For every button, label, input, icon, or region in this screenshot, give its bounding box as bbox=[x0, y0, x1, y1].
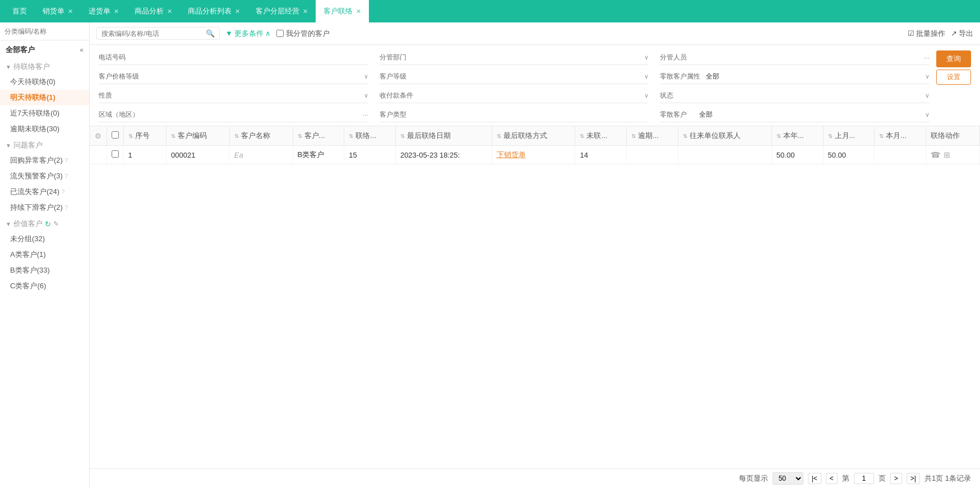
sidebar-item-tomorrow-contact[interactable]: 明天待联络(1) bbox=[0, 90, 89, 105]
nav-sales[interactable]: 销货单 ✕ bbox=[35, 0, 81, 22]
checkbox-col[interactable] bbox=[107, 126, 123, 146]
first-page-btn[interactable]: |< bbox=[808, 473, 821, 484]
close-icon[interactable]: ✕ bbox=[114, 8, 119, 15]
sort-icon[interactable]: ⇅ bbox=[171, 133, 175, 139]
sort-icon[interactable]: ⇅ bbox=[879, 133, 884, 139]
filter-nature-label: 性质 bbox=[99, 91, 132, 100]
sidebar-item-declining[interactable]: 持续下滑客户(2) ? bbox=[0, 200, 89, 215]
settings-button[interactable]: 设置 bbox=[936, 70, 971, 85]
sidebar-item-7days-contact[interactable]: 近7天待联络(0) bbox=[0, 105, 89, 121]
content-area: 🔍 ▼ 更多条件 ∧ 我分管的客户 ☑ 批量操作 ↗ 导出 bbox=[90, 22, 980, 488]
sidebar-item-repurchase-abnormal[interactable]: 回购异常客户(2) ? bbox=[0, 153, 89, 168]
row-checkbox[interactable] bbox=[112, 150, 119, 158]
help-icon[interactable]: ? bbox=[64, 157, 68, 164]
col-name: ⇅客户名称 bbox=[229, 126, 293, 146]
row-checkbox-cell[interactable] bbox=[107, 146, 123, 164]
nav-home[interactable]: 首页 bbox=[4, 0, 35, 22]
sort-icon[interactable]: ⇅ bbox=[828, 133, 833, 139]
close-icon[interactable]: ✕ bbox=[356, 8, 361, 15]
chevron-down-icon[interactable]: ∨ bbox=[925, 111, 930, 118]
sidebar-item-today-contact[interactable]: 今天待联络(0) bbox=[0, 74, 89, 90]
table-row: 1 000021 Ea B类客户 15 2023-05-23 18:25: 下销… bbox=[90, 146, 980, 164]
sidebar-item-churned[interactable]: 已流失客户(24) ? bbox=[0, 184, 89, 200]
nav-product-analysis-list[interactable]: 商品分析列表 ✕ bbox=[180, 0, 248, 22]
batch-ops-btn[interactable]: ☑ 批量操作 bbox=[908, 29, 945, 39]
row-last-month-cell: 50.00 bbox=[823, 146, 875, 164]
chevron-down-icon[interactable]: ∨ bbox=[644, 73, 649, 80]
query-button[interactable]: 查询 bbox=[936, 50, 971, 67]
close-icon[interactable]: ✕ bbox=[167, 8, 172, 15]
sort-icon[interactable]: ⇅ bbox=[234, 133, 239, 139]
help-icon[interactable]: ? bbox=[64, 173, 68, 179]
sort-icon[interactable]: ⇅ bbox=[631, 133, 636, 139]
next-page-btn[interactable]: > bbox=[890, 473, 902, 484]
help-icon[interactable]: ? bbox=[64, 204, 68, 211]
more-options-icon[interactable]: ··· bbox=[363, 111, 368, 119]
sort-icon[interactable]: ⇅ bbox=[497, 133, 501, 139]
chevron-down-icon[interactable]: ∨ bbox=[925, 73, 930, 80]
qr-icon[interactable]: ⊞ bbox=[944, 150, 950, 159]
sidebar-item-class-c[interactable]: C类客户(6) bbox=[0, 278, 89, 294]
sort-icon[interactable]: ⇅ bbox=[683, 133, 687, 139]
row-last-method-cell[interactable]: 下销货单 bbox=[492, 146, 575, 164]
sidebar-item-class-a[interactable]: A类客户(1) bbox=[0, 247, 89, 263]
chevron-down-icon[interactable]: ∨ bbox=[644, 92, 649, 99]
filter-customer-type-input[interactable] bbox=[419, 111, 649, 119]
sidebar: 🔍 全部客户 « ▼ 待联络客户 今天待联络(0) 明天待联络(1) 近7天待联… bbox=[0, 22, 90, 488]
sidebar-item-class-b[interactable]: B类客户(33) bbox=[0, 263, 89, 278]
col-overdue: ⇅逾期... bbox=[627, 126, 678, 146]
col-contact-person: ⇅往来单位联系人 bbox=[678, 126, 771, 146]
sort-icon[interactable]: ⇅ bbox=[580, 133, 584, 139]
edit-icon[interactable]: ✎ bbox=[53, 220, 59, 228]
filter-dept: 分管部门 ∨ bbox=[380, 50, 649, 65]
filter-retail-customer-label: 零散客户 bbox=[660, 110, 694, 119]
collapse-icon[interactable]: « bbox=[80, 46, 84, 54]
filter-dept-label: 分管部门 bbox=[380, 53, 413, 62]
last-method-link[interactable]: 下销货单 bbox=[497, 150, 526, 159]
chevron-down-icon[interactable]: ∨ bbox=[925, 92, 930, 99]
export-btn[interactable]: ↗ 导出 bbox=[951, 29, 973, 39]
chevron-down-icon[interactable]: ∨ bbox=[364, 92, 368, 99]
sort-icon[interactable]: ⇅ bbox=[776, 133, 781, 139]
chevron-down-icon[interactable]: ∨ bbox=[364, 73, 368, 80]
help-icon[interactable]: ? bbox=[61, 188, 64, 195]
more-options-icon[interactable]: ··· bbox=[924, 54, 930, 62]
sort-icon[interactable]: ⇅ bbox=[298, 133, 302, 139]
nav-customer-segment[interactable]: 客户分层经营 ✕ bbox=[248, 0, 316, 22]
page-input[interactable] bbox=[854, 473, 874, 484]
refresh-icon[interactable]: ↻ bbox=[45, 220, 51, 228]
filter-row-2: 客户价格等级 ∨ 客户等级 ∨ 零散客户属性 全部 ∨ bbox=[99, 70, 930, 84]
phone-icon[interactable]: ☎ bbox=[931, 150, 940, 159]
my-customers-checkbox[interactable]: 我分管的客户 bbox=[276, 29, 330, 39]
sidebar-item-overdue-contact[interactable]: 逾期未联络(30) bbox=[0, 121, 89, 137]
nav-purchase[interactable]: 进货单 ✕ bbox=[81, 0, 127, 22]
sidebar-search-input[interactable] bbox=[4, 27, 89, 35]
sidebar-item-churn-warning[interactable]: 流失预警客户(3) ? bbox=[0, 168, 89, 184]
nav-product-analysis[interactable]: 商品分析 ✕ bbox=[127, 0, 180, 22]
more-conditions-btn[interactable]: ▼ 更多条件 ∧ bbox=[225, 29, 271, 39]
settings-col[interactable]: ⚙ bbox=[90, 126, 107, 146]
filter-row-3: 性质 ∨ 收付款条件 ∨ 状态 ∨ bbox=[99, 89, 930, 103]
search-input[interactable] bbox=[101, 30, 206, 38]
sort-icon[interactable]: ⇅ bbox=[128, 133, 133, 139]
close-icon[interactable]: ✕ bbox=[68, 8, 73, 15]
filter-phone-input[interactable] bbox=[138, 54, 368, 62]
filter-retail-customer-value: 全部 bbox=[699, 110, 925, 119]
filter-customer-type-label: 客户类型 bbox=[380, 110, 413, 119]
chevron-down-icon[interactable]: ∨ bbox=[644, 54, 649, 61]
sort-icon[interactable]: ⇅ bbox=[349, 133, 353, 139]
my-customers-check[interactable] bbox=[276, 30, 284, 37]
select-all-checkbox[interactable] bbox=[112, 131, 119, 139]
sort-icon[interactable]: ⇅ bbox=[400, 133, 405, 139]
last-page-btn[interactable]: >| bbox=[907, 473, 920, 484]
search-icon[interactable]: 🔍 bbox=[206, 29, 215, 38]
nav-customer-contact[interactable]: 客户联络 ✕ bbox=[316, 0, 369, 22]
close-icon[interactable]: ✕ bbox=[235, 8, 240, 15]
per-page-select[interactable]: 50 100 200 bbox=[773, 472, 803, 485]
prev-page-btn[interactable]: < bbox=[826, 473, 838, 484]
sidebar-item-ungrouped[interactable]: 未分组(32) bbox=[0, 231, 89, 247]
close-icon[interactable]: ✕ bbox=[303, 8, 308, 15]
table-header-row: ⚙ ⇅序号 ⇅客户编码 ⇅客户名称 ⇅客户... ⇅联络... ⇅最后联络日期 … bbox=[90, 126, 980, 146]
all-customers-header[interactable]: 全部客户 « bbox=[0, 40, 89, 58]
row-last-date-cell: 2023-05-23 18:25: bbox=[395, 146, 492, 164]
